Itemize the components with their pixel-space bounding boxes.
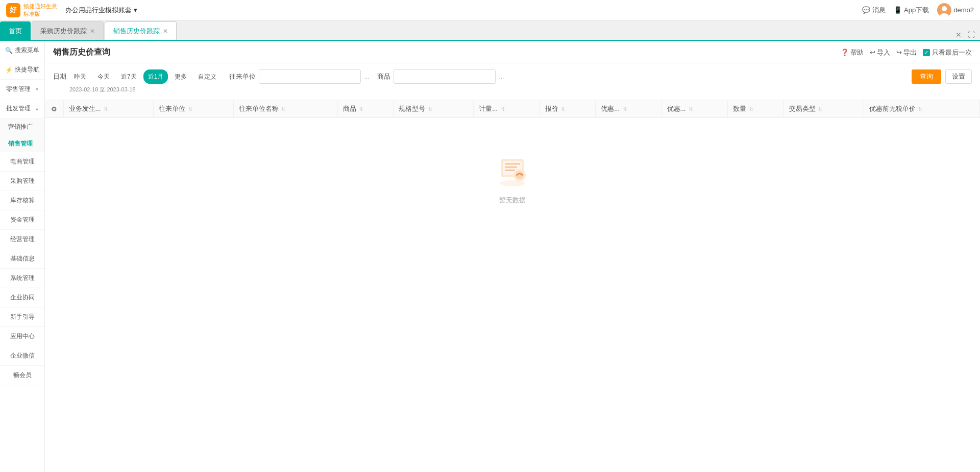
workspace-selector[interactable]: 办公用品行业模拟账套 ▾ (61, 4, 141, 17)
help-button[interactable]: ❓ 帮助 (841, 48, 864, 57)
empty-state-icon (492, 149, 533, 190)
message-button[interactable]: 💬 消息 (862, 6, 886, 15)
sidebar-label-marketing: 营销推广 (8, 123, 33, 130)
sidebar-item-purchase-mgr[interactable]: 采购管理 (0, 172, 44, 191)
shortcut-icon: ⚡ (5, 66, 13, 74)
sidebar-item-wholesale[interactable]: 批发管理 ▴ (0, 99, 44, 119)
sidebar-item-basic[interactable]: 基础信息 (0, 249, 44, 269)
partner-input[interactable] (259, 69, 361, 84)
sidebar-label-inventory: 库存核算 (10, 196, 35, 205)
col-unit[interactable]: 计量... ⇅ (474, 100, 540, 118)
sidebar-item-retail[interactable]: 零售管理 ▾ (0, 80, 44, 99)
logo-icon: 好 (6, 3, 20, 17)
date-options: 昨天 今天 近7天 近1月 更多 自定义 2023-02-18 至 2023-0… (69, 69, 221, 93)
date-btn-more[interactable]: 更多 (170, 69, 191, 84)
tab-sales[interactable]: 销售历史价跟踪 ✕ (105, 21, 177, 40)
sidebar-item-shortcut[interactable]: ⚡ 快捷导航 (0, 60, 44, 80)
sidebar-item-enterprise[interactable]: 企业协同 (0, 288, 44, 308)
partner-input-group: ... (259, 69, 369, 84)
sidebar-item-system[interactable]: 系统管理 (0, 269, 44, 288)
sidebar-sub-item-marketing[interactable]: 营销推广 (0, 119, 44, 135)
close-sales-tab-icon[interactable]: ✕ (163, 28, 168, 34)
col-qty[interactable]: 数量 ⇅ (727, 100, 783, 118)
col-discount1[interactable]: 优惠... ⇅ (596, 100, 662, 118)
date-filter-label: 日期 (53, 69, 66, 84)
col-partner-name[interactable]: 往来单位名称 ⇅ (233, 100, 337, 118)
sidebar-item-member[interactable]: 畅会员 (0, 366, 44, 385)
sidebar-label-retail: 零售管理 (6, 85, 31, 93)
home-label: 首页 (9, 27, 22, 36)
empty-state: 暂无数据 (45, 118, 980, 235)
table-container: ⚙ 业务发生... ⇅ 往来单位 ⇅ 往来单位名称 ⇅ 商品 ⇅ 规格型号 ⇅ … (45, 100, 980, 472)
main-layout: 🔍 搜索菜单 ⚡ 快捷导航 零售管理 ▾ 批发管理 ▴ 营销推广 销售管理 电商… (0, 41, 980, 472)
sidebar-item-finance[interactable]: 资金管理 (0, 210, 44, 230)
sidebar-item-ecommerce[interactable]: 电商管理 (0, 152, 44, 172)
filter-group-date: 日期 昨天 今天 近7天 近1月 更多 自定义 2023-02-18 至 202… (53, 69, 221, 93)
col-tax-price[interactable]: 优惠前无税单价 ⇅ (864, 100, 980, 118)
export-icon: ↪ (896, 49, 902, 56)
sidebar-item-search[interactable]: 🔍 搜索菜单 (0, 41, 44, 60)
sidebar-label-operations: 经营管理 (10, 235, 35, 244)
sidebar-label-finance: 资金管理 (10, 216, 35, 224)
settings-button[interactable]: 设置 (945, 69, 972, 84)
fullscreen-icon[interactable]: ⛶ (967, 30, 976, 40)
message-icon: 💬 (862, 6, 870, 14)
filter-group-partner: 往来单位 ... (229, 69, 369, 84)
product-dots[interactable]: ... (499, 73, 504, 80)
sidebar-section-wholesale: 营销推广 销售管理 (0, 119, 44, 152)
close-tab-action-icon[interactable]: ✕ (954, 30, 963, 40)
date-btn-custom[interactable]: 自定义 (193, 69, 221, 84)
sidebar-item-operations[interactable]: 经营管理 (0, 230, 44, 249)
logo-text: 畅捷通好生意 标准版 (23, 3, 57, 17)
date-btn-today[interactable]: 今天 (93, 69, 114, 84)
sidebar-item-wechat[interactable]: 企业微信 (0, 346, 44, 366)
filter-actions: 查询 设置 (912, 69, 972, 84)
sidebar-item-guide[interactable]: 新手引导 (0, 308, 44, 327)
close-purchase-tab-icon[interactable]: ✕ (90, 28, 95, 34)
sidebar-label-shortcut: 快捷导航 (15, 65, 39, 74)
sidebar-label-apps: 应用中心 (10, 332, 35, 341)
product-input[interactable] (394, 69, 496, 84)
chevron-down-icon-retail: ▾ (36, 86, 38, 92)
avatar-image (937, 3, 951, 17)
tab-purchase[interactable]: 采购历史价跟踪 ✕ (32, 21, 104, 40)
user-profile[interactable]: demo2 (937, 3, 974, 17)
date-btn-7days[interactable]: 近7天 (116, 69, 141, 84)
sidebar-label-sales-mgr: 销售管理 (8, 140, 33, 147)
filter-group-product: 商品 ... (377, 69, 504, 84)
date-btn-yesterday[interactable]: 昨天 (69, 69, 91, 84)
col-discount2[interactable]: 优惠... ⇅ (662, 100, 727, 118)
app-download-button[interactable]: 📱 App下载 (894, 6, 929, 15)
col-biz-date[interactable]: 业务发生... ⇅ (63, 100, 153, 118)
tab-bar: 首页 采购历史价跟踪 ✕ 销售历史价跟踪 ✕ ✕ ⛶ (0, 20, 980, 41)
col-product[interactable]: 商品 ⇅ (337, 100, 394, 118)
date-btn-1month[interactable]: 近1月 (143, 69, 168, 84)
import-label: 导入 (877, 48, 890, 57)
only-last-checkbox[interactable]: ✓ 只看最后一次 (923, 48, 972, 57)
sidebar-label-system: 系统管理 (10, 274, 35, 282)
col-spec[interactable]: 规格型号 ⇅ (394, 100, 474, 118)
import-icon: ↩ (870, 49, 875, 56)
sidebar-label-member: 畅会员 (13, 371, 32, 380)
col-quote[interactable]: 报价 ⇅ (540, 100, 596, 118)
svg-point-11 (518, 174, 519, 175)
col-partner-code[interactable]: 往来单位 ⇅ (153, 100, 233, 118)
page-container: 销售历史价查询 ❓ 帮助 ↩ 导入 ↪ 导出 ✓ (45, 41, 980, 472)
table-header: ⚙ 业务发生... ⇅ 往来单位 ⇅ 往来单位名称 ⇅ 商品 ⇅ 规格型号 ⇅ … (45, 100, 980, 118)
tab-home[interactable]: 首页 (0, 21, 31, 40)
svg-point-1 (942, 6, 947, 11)
sidebar-sub-item-sales-mgr[interactable]: 销售管理 (0, 135, 44, 152)
sidebar-item-inventory[interactable]: 库存核算 (0, 191, 44, 210)
import-button[interactable]: ↩ 导入 (870, 48, 890, 57)
top-bar-left: 好 畅捷通好生意 标准版 办公用品行业模拟账套 ▾ (6, 3, 141, 17)
sidebar-item-apps[interactable]: 应用中心 (0, 327, 44, 346)
search-icon: 🔍 (5, 47, 13, 54)
export-button[interactable]: ↪ 导出 (896, 48, 917, 57)
col-settings[interactable]: ⚙ (45, 100, 63, 118)
col-trade-type[interactable]: 交易类型 ⇅ (783, 100, 864, 118)
svg-point-3 (500, 180, 525, 186)
partner-dots[interactable]: ... (364, 73, 369, 80)
logo-area: 好 畅捷通好生意 标准版 (6, 3, 57, 17)
query-button[interactable]: 查询 (912, 69, 941, 84)
help-label: 帮助 (850, 48, 864, 57)
